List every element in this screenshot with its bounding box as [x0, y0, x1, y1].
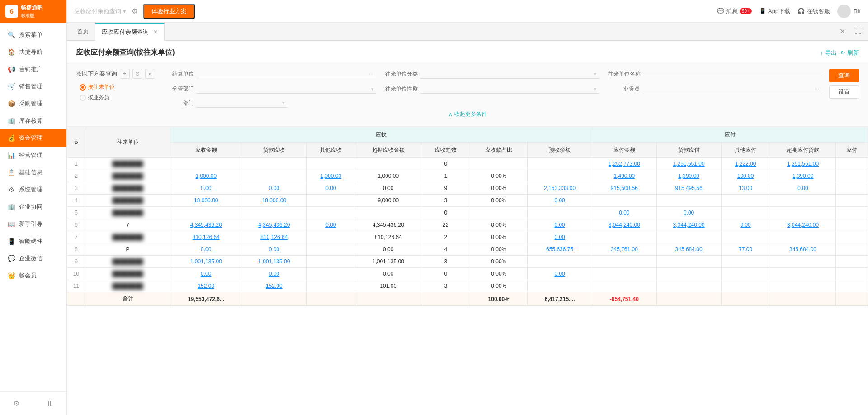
- cell-link[interactable]: 0.00: [797, 185, 808, 191]
- cell-link[interactable]: 1,390.00: [678, 173, 699, 179]
- sidebar-item-purchase[interactable]: 📦采购管理: [0, 95, 66, 112]
- filter-collapse-btn[interactable]: ∧ 收起更多条件: [76, 108, 859, 121]
- service-btn[interactable]: 🎧 在线客服: [797, 7, 830, 15]
- cell-link[interactable]: 655,636.75: [546, 246, 573, 253]
- cell-link[interactable]: 100.00: [737, 173, 754, 179]
- cell-link[interactable]: 77.00: [739, 246, 752, 253]
- sidebar-item-search[interactable]: 🔍搜索菜单: [0, 26, 66, 43]
- sidebar-item-wechat[interactable]: 💬企业微信: [0, 250, 66, 267]
- sidebar-item-hardware[interactable]: 📱智能硬件: [0, 233, 66, 250]
- cell-link[interactable]: 345,684.00: [675, 246, 703, 253]
- cell-link[interactable]: 0.00: [554, 234, 565, 240]
- logo-icon: 6: [5, 5, 18, 18]
- cell-link[interactable]: 3,044,240.00: [673, 222, 705, 228]
- topbar-dropdown-icon[interactable]: ▾: [123, 8, 126, 14]
- filter-salesman-input[interactable]: ···: [642, 84, 822, 94]
- sidebar-collapse-icon[interactable]: ⏸: [42, 398, 57, 410]
- cell-link[interactable]: 0.00: [554, 271, 565, 277]
- cell-link[interactable]: 1,222.00: [735, 161, 756, 167]
- cell-link[interactable]: 2,153,333.00: [544, 185, 576, 191]
- filter-dept-input[interactable]: ▾: [197, 99, 287, 108]
- sidebar-item-guide[interactable]: 📖新手引导: [0, 215, 66, 233]
- cell-link[interactable]: 0.00: [269, 246, 279, 253]
- setting-button[interactable]: 设置: [829, 85, 859, 99]
- promo-button[interactable]: 体验行业方案: [143, 4, 195, 19]
- cell-link[interactable]: 4,345,436.20: [190, 222, 222, 228]
- cell-link[interactable]: 1,251,551.00: [673, 161, 705, 167]
- tab-arquery[interactable]: 应收应付余额查询 ✕: [95, 23, 165, 41]
- cell-link[interactable]: 0.00: [201, 246, 211, 253]
- cell-link[interactable]: 0.00: [740, 222, 750, 228]
- sidebar-item-system[interactable]: ⚙系统管理: [0, 181, 66, 198]
- table-settings-icon[interactable]: ⚙: [74, 139, 79, 146]
- cell-link[interactable]: 3,044,240.00: [609, 222, 640, 228]
- cell-link[interactable]: 0.00: [554, 197, 565, 204]
- sidebar-settings-icon[interactable]: ⚙: [9, 397, 23, 410]
- filter-setting-btn[interactable]: ⊙: [132, 69, 142, 79]
- cell-link[interactable]: 13.00: [739, 185, 752, 191]
- cell-link[interactable]: 0.00: [554, 222, 565, 228]
- cell-link[interactable]: 0.00: [684, 210, 694, 216]
- cell-link[interactable]: 3,044,240.00: [787, 222, 819, 228]
- cell-link[interactable]: 915,495.56: [675, 185, 703, 191]
- cell-link[interactable]: 1,252,773.00: [609, 161, 640, 167]
- cell-link[interactable]: 18,000.00: [194, 197, 218, 204]
- cell-link[interactable]: 152.00: [266, 283, 283, 289]
- cell-link[interactable]: 0.00: [326, 222, 336, 228]
- cell-link[interactable]: 0.00: [326, 185, 336, 191]
- cell-link[interactable]: 810,126.64: [260, 234, 288, 240]
- cell-link[interactable]: 345,761.00: [611, 246, 638, 253]
- export-button[interactable]: ↑ 导出: [821, 49, 837, 57]
- refresh-icon: ↻: [840, 49, 845, 56]
- sidebar-item-member[interactable]: 👑畅会员: [0, 267, 66, 284]
- filter-wanglai-name-input[interactable]: [643, 72, 822, 76]
- sidebar-item-basic[interactable]: 📋基础信息: [0, 164, 66, 181]
- cell-link[interactable]: 152.00: [198, 283, 214, 289]
- filter-add-btn[interactable]: +: [120, 69, 130, 79]
- cell-link[interactable]: 0.00: [201, 185, 211, 191]
- message-btn[interactable]: 💬 消息 99+: [717, 7, 752, 15]
- cell-link[interactable]: 18,000.00: [262, 197, 286, 204]
- query-button[interactable]: 查询: [829, 69, 859, 82]
- cell-link[interactable]: 1,001,135.00: [258, 258, 290, 265]
- filter-collapse-left-btn[interactable]: «: [145, 69, 155, 79]
- cell-link[interactable]: 0.00: [201, 271, 211, 277]
- filter-wanglai-cat-input[interactable]: ▾: [420, 70, 599, 79]
- filter-jiesuan-input[interactable]: ···: [197, 69, 376, 79]
- cell-link[interactable]: 1,251,551.00: [787, 161, 819, 167]
- sidebar-item-quicknav[interactable]: 🏠快捷导航: [0, 43, 66, 61]
- cell: 0: [421, 207, 470, 219]
- cell-link[interactable]: 1,490.00: [614, 173, 635, 179]
- cell: [307, 280, 355, 292]
- col-settings[interactable]: ⚙: [67, 127, 85, 158]
- sidebar-item-sales[interactable]: 🛒销售管理: [0, 78, 66, 95]
- radio-by-unit[interactable]: 按往来单位: [80, 83, 155, 91]
- cell-link[interactable]: 0.00: [619, 210, 629, 216]
- filter-fenguan-input[interactable]: ▾: [197, 85, 376, 94]
- tab-expand-icon[interactable]: ⛶: [852, 26, 864, 37]
- tab-home[interactable]: 首页: [71, 23, 95, 41]
- cell-link[interactable]: 810,126.64: [193, 234, 220, 240]
- cell-link[interactable]: 1,000.00: [320, 173, 341, 179]
- sidebar-item-finance[interactable]: 💰资金管理: [0, 129, 66, 147]
- refresh-button[interactable]: ↻ 刷新: [840, 49, 859, 57]
- tab-close-icon[interactable]: ✕: [153, 29, 158, 35]
- cell-link[interactable]: 915,508.56: [611, 185, 638, 191]
- cell-link[interactable]: 0.00: [269, 271, 279, 277]
- filter-wanglai-nature-input[interactable]: ▾: [420, 85, 599, 94]
- sidebar-item-operation[interactable]: 📊经营管理: [0, 147, 66, 164]
- tab-close-window-icon[interactable]: ✕: [837, 26, 848, 37]
- cell-link[interactable]: 345,684.00: [789, 246, 816, 253]
- cell-link[interactable]: 4,345,436.20: [258, 222, 290, 228]
- cell: [242, 170, 307, 182]
- cell-link[interactable]: 1,390.00: [793, 173, 814, 179]
- sidebar-item-inventory[interactable]: 🏢库存核算: [0, 112, 66, 129]
- cell-link[interactable]: 1,001,135.00: [190, 258, 222, 265]
- radio-by-staff[interactable]: 按业务员: [80, 94, 155, 101]
- app-download-btn[interactable]: 📱 App下载: [759, 7, 790, 15]
- cell-link[interactable]: 0.00: [269, 185, 279, 191]
- sidebar-item-enterprise[interactable]: 🏢企业协同: [0, 198, 66, 215]
- topbar-gear-icon[interactable]: ⚙: [132, 7, 138, 15]
- cell-link[interactable]: 1,000.00: [195, 173, 217, 179]
- sidebar-item-marketing[interactable]: 📢营销推广: [0, 61, 66, 78]
